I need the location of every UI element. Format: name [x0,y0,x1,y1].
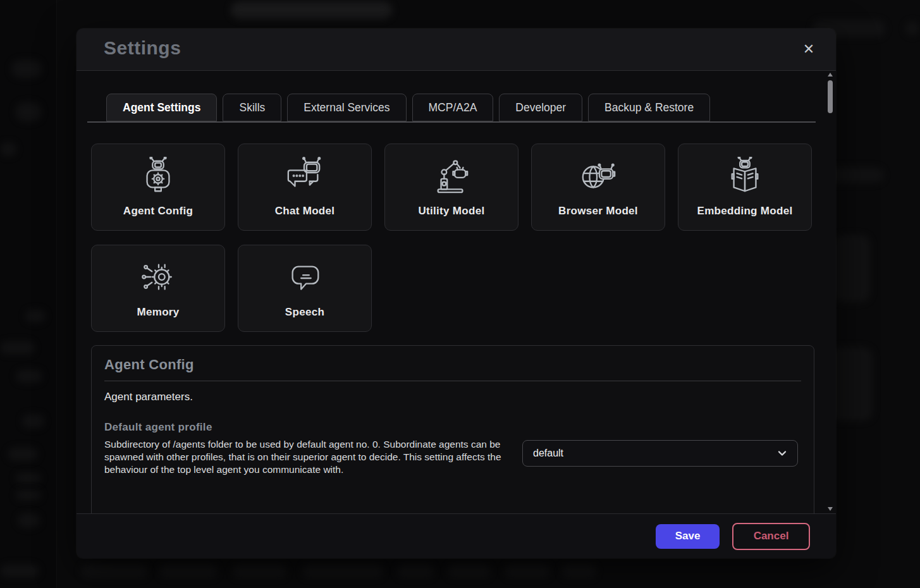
card-label: Memory [137,306,180,319]
field-description: Subdirectory of /agents folder to be use… [104,438,512,476]
card-agent-config[interactable]: Agent Config [91,144,225,231]
card-speech[interactable]: Speech [238,245,372,332]
tab-external-services[interactable]: External Services [287,94,406,121]
background-blur-blob [830,348,873,420]
background-blur-blob [397,564,434,578]
robot-reading-book-icon [725,157,764,199]
modal-body: Agent Settings Skills External Services … [77,71,836,513]
scrollbar-up-arrow[interactable] [828,73,833,77]
modal-header: Settings ✕ [77,28,836,71]
scrollbar-down-arrow[interactable] [828,507,833,511]
background-blur-blob [231,1,392,19]
tab-agent-settings[interactable]: Agent Settings [106,94,217,121]
card-chat-model[interactable]: Chat Model [238,144,372,231]
robot-gear-monitor-icon [138,157,178,199]
settings-modal: Settings ✕ Agent Settings Skills Externa… [77,28,836,558]
field-row: Subdirectory of /agents folder to be use… [104,438,798,476]
agent-config-section: Agent Config Agent parameters. Default a… [91,345,814,513]
tab-developer[interactable]: Developer [499,94,582,121]
section-title: Agent Config [104,357,801,373]
speech-bubble-icon [285,258,324,300]
chevron-down-icon [777,448,787,458]
background-blur-blob [505,564,550,578]
background-blur-blob [0,565,39,577]
background-blur-blob [8,448,38,460]
settings-card-grid: Agent Config Chat Model [91,144,818,332]
card-label: Agent Config [123,205,193,217]
background-blur-blob [22,414,44,428]
field-label-default-agent-profile: Default agent profile [104,421,801,434]
card-browser-model[interactable]: Browser Model [531,144,665,231]
default-agent-profile-select[interactable]: default [522,440,798,467]
circuit-gear-icon [138,258,178,300]
background-blur-blob [159,564,218,578]
card-label: Chat Model [275,205,335,217]
scrollbar-thumb[interactable] [828,80,833,113]
tab-backup-restore[interactable]: Backup & Restore [588,94,710,121]
save-button[interactable]: Save [656,524,720,549]
chat-bubbles-robot-icon [285,157,324,199]
tab-bar: Agent Settings Skills External Services … [87,94,816,123]
card-memory[interactable]: Memory [91,245,225,332]
background-blur-blob [233,564,286,578]
background-blur-blob [16,473,41,483]
background-blur-blob [302,564,383,578]
select-value: default [533,448,563,459]
background-blur-blob [561,564,596,578]
modal-footer: Save Cancel [77,513,836,558]
background-blur-blob [25,310,46,322]
tab-skills[interactable]: Skills [223,94,281,121]
card-label: Utility Model [419,205,485,217]
background-blur-blob [11,60,42,78]
card-embedding-model[interactable]: Embedding Model [678,144,812,231]
background-blur-blob [16,490,41,500]
background-blur-blob [16,370,42,383]
background-blur-blob [81,564,147,578]
modal-title: Settings [104,37,181,59]
card-label: Browser Model [558,205,638,217]
background-blur-blob [0,142,16,156]
background-blur-blob [905,21,919,35]
robot-arm-icon [432,157,471,199]
card-label: Speech [285,306,324,319]
cancel-button[interactable]: Cancel [732,523,810,550]
background-blur-blob [833,235,870,302]
background-blur-blob [18,513,40,527]
background-blur-blob [0,341,35,354]
card-utility-model[interactable]: Utility Model [384,144,518,231]
globe-robot-icon [579,157,618,199]
background-blur-blob [448,564,491,578]
section-description: Agent parameters. [104,391,801,403]
tab-mcp-a2a[interactable]: MCP/A2A [412,94,494,121]
section-divider [104,381,801,381]
close-icon[interactable]: ✕ [800,41,817,58]
modal-scrollbar[interactable] [826,71,834,512]
card-label: Embedding Model [697,205,793,217]
background-blur-blob [16,102,41,121]
